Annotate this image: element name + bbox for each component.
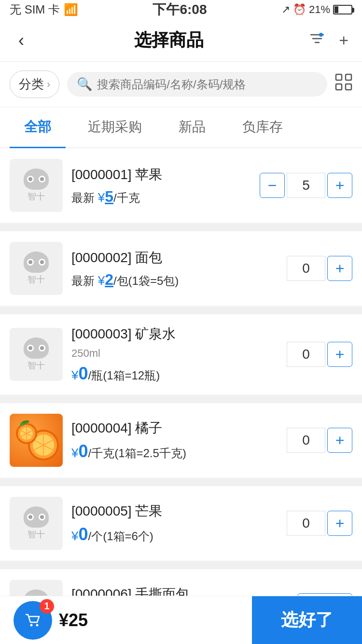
- product-info-0000003: [0000003] 矿泉水 250ml ¥0/瓶(1箱=12瓶): [71, 325, 276, 384]
- product-item-0000005: 智十 [0000005] 芒果 ¥0/个(1箱=6个) +: [0, 486, 362, 560]
- qty-input-0000003[interactable]: [287, 342, 325, 367]
- wifi-icon: 📶: [64, 3, 78, 16]
- svg-rect-5: [346, 74, 351, 80]
- tab-recent[interactable]: 近期采购: [73, 107, 156, 148]
- nav-bar: ‹ 选择商品 +: [0, 19, 362, 62]
- qty-control-0000003: +: [285, 342, 352, 367]
- svg-rect-4: [336, 74, 342, 80]
- product-info-0000002: [0000002] 面包 最新 ¥2/包(1袋=5包): [71, 249, 276, 289]
- svg-point-22: [30, 624, 33, 626]
- qty-plus-0000002[interactable]: +: [327, 256, 352, 281]
- location-icon: ↗: [281, 3, 290, 16]
- product-item-0000001: 智十 [0000001] 苹果 最新 ¥5/千克 − +: [0, 148, 362, 223]
- product-thumb-0000002: 智十: [10, 242, 63, 295]
- qty-plus-0000003[interactable]: +: [327, 342, 352, 367]
- confirm-button[interactable]: 选好了: [252, 596, 362, 644]
- owl-logo: 智十: [24, 168, 49, 202]
- status-bar: 无 SIM 卡 📶 下午6:08 ↗ ⏰ 21%: [0, 0, 362, 19]
- product-spec-0000003: 250ml: [71, 347, 276, 360]
- separator-4: [0, 478, 362, 486]
- carrier-text: 无 SIM 卡: [10, 2, 60, 17]
- product-thumb-0000001: 智十: [10, 159, 63, 212]
- cart-badge: 1: [40, 599, 54, 614]
- svg-point-3: [319, 33, 323, 37]
- separator-3: [0, 395, 362, 403]
- product-price-0000002: 最新 ¥2/包(1袋=5包): [71, 271, 276, 289]
- product-name-0000001: [0000001] 苹果: [71, 166, 251, 184]
- svg-point-23: [36, 624, 39, 626]
- product-name-0000003: [0000003] 矿泉水: [71, 325, 276, 343]
- product-name-0000002: [0000002] 面包: [71, 249, 276, 267]
- battery-icon: [333, 5, 352, 14]
- product-price-0000001: 最新 ¥5/千克: [71, 188, 251, 206]
- bottom-bar: 1 ¥25 选好了: [0, 596, 362, 644]
- cart-total: ¥25: [59, 610, 88, 630]
- search-icon: 🔍: [77, 77, 92, 92]
- product-thumb-0000004: [10, 414, 63, 467]
- product-item-0000002: 智十 [0000002] 面包 最新 ¥2/包(1袋=5包) +: [0, 231, 362, 306]
- svg-rect-7: [346, 84, 351, 90]
- product-name-0000004: [0000004] 橘子: [71, 419, 276, 437]
- search-wrap: 🔍: [67, 72, 327, 97]
- page-title: 选择商品: [134, 28, 204, 52]
- product-price-0000004: ¥0/千克(1箱=2.5千克): [71, 441, 276, 462]
- nav-actions: +: [309, 30, 348, 51]
- product-item-0000003: 智十 [0000003] 矿泉水 250ml ¥0/瓶(1箱=12瓶) +: [0, 314, 362, 394]
- product-list: 智十 [0000001] 苹果 最新 ¥5/千克 − +: [0, 148, 362, 644]
- tab-negative[interactable]: 负库存: [228, 107, 297, 148]
- qty-minus-0000001[interactable]: −: [260, 173, 285, 198]
- qty-control-0000005: +: [285, 511, 352, 536]
- qty-control-0000001: − +: [260, 173, 352, 198]
- category-label: 分类: [19, 76, 44, 93]
- category-button[interactable]: 分类 ›: [10, 70, 59, 98]
- separator-5: [0, 561, 362, 569]
- qty-plus-0000001[interactable]: +: [327, 173, 352, 198]
- product-info-0000004: [0000004] 橘子 ¥0/千克(1箱=2.5千克): [71, 419, 276, 462]
- search-input[interactable]: [97, 78, 318, 91]
- separator-1: [0, 224, 362, 231]
- add-button[interactable]: +: [339, 31, 348, 50]
- product-thumb-0000005: 智十: [10, 497, 63, 550]
- product-price-0000003: ¥0/瓶(1箱=12瓶): [71, 364, 276, 384]
- filter-bar: 分类 › 🔍: [0, 62, 362, 107]
- qty-input-0000004[interactable]: [287, 428, 325, 453]
- scan-icon[interactable]: [335, 73, 352, 95]
- product-info-0000005: [0000005] 芒果 ¥0/个(1箱=6个): [71, 502, 276, 545]
- status-indicators: ↗ ⏰ 21%: [281, 3, 352, 16]
- tab-all[interactable]: 全部: [10, 107, 66, 148]
- svg-rect-6: [336, 84, 342, 90]
- owl-logo-2: 智十: [24, 252, 49, 285]
- product-price-0000005: ¥0/个(1箱=6个): [71, 524, 276, 545]
- battery-percent: 21%: [309, 3, 330, 16]
- status-time: 下午6:08: [153, 0, 207, 19]
- qty-control-0000002: +: [285, 256, 352, 281]
- cart-icon-wrap[interactable]: 1: [14, 601, 52, 640]
- qty-control-0000004: +: [285, 428, 352, 453]
- alarm-icon: ⏰: [293, 3, 306, 16]
- product-thumb-0000003: 智十: [10, 328, 63, 381]
- qty-input-0000002[interactable]: [287, 256, 325, 281]
- tab-new[interactable]: 新品: [164, 107, 220, 148]
- qty-input-0000005[interactable]: [287, 511, 325, 536]
- product-item-0000004: [0000004] 橘子 ¥0/千克(1箱=2.5千克) +: [0, 403, 362, 477]
- chevron-icon: ›: [47, 78, 50, 91]
- qty-input-0000001[interactable]: [287, 173, 325, 198]
- orange-image: [10, 414, 63, 467]
- tab-bar: 全部 近期采购 新品 负库存: [0, 107, 362, 148]
- product-info-0000001: [0000001] 苹果 最新 ¥5/千克: [71, 166, 251, 206]
- filter-icon[interactable]: [309, 30, 325, 51]
- status-carrier: 无 SIM 卡 📶: [10, 2, 78, 17]
- owl-logo-3: 智十: [24, 337, 49, 371]
- separator-2: [0, 307, 362, 314]
- product-name-0000005: [0000005] 芒果: [71, 502, 276, 520]
- qty-plus-0000005[interactable]: +: [327, 511, 352, 536]
- qty-plus-0000004[interactable]: +: [327, 428, 352, 453]
- cart-section: 1 ¥25: [0, 601, 252, 640]
- back-button[interactable]: ‹: [14, 26, 29, 56]
- owl-logo-5: 智十: [24, 506, 49, 540]
